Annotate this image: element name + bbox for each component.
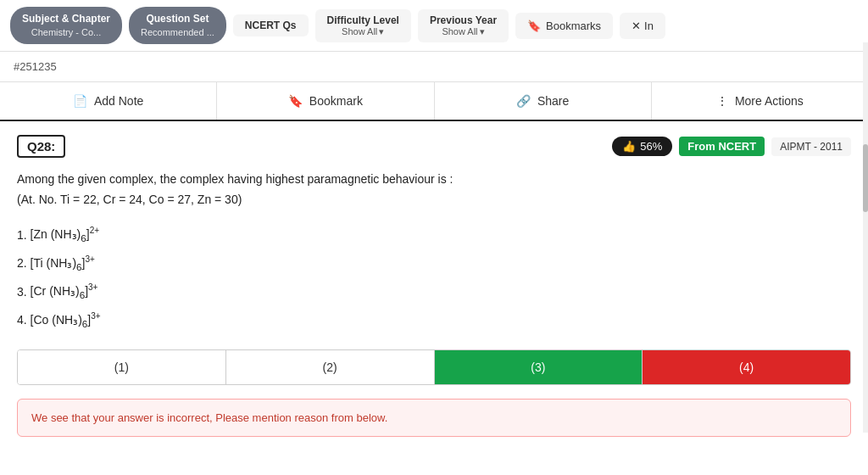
question-number: Q28:	[17, 135, 65, 158]
thumbs-up-icon: 👍	[622, 140, 636, 153]
scrollbar-track[interactable]	[863, 42, 868, 433]
option-2[interactable]: 2. [Ti (NH₃)6]3+	[17, 252, 851, 275]
difficulty-label: Difficulty Level	[327, 14, 399, 26]
question-line1: Among the given complex, the complex hav…	[17, 170, 851, 190]
option-4[interactable]: 4. [Co (NH₃)6]3+	[17, 309, 851, 332]
previous-year-filter[interactable]: Previous Year Show All	[418, 9, 509, 42]
difficulty-sub: Show All	[342, 26, 384, 37]
answer-option-3-label: (3)	[531, 360, 545, 374]
answer-option-2-label: (2)	[323, 360, 337, 374]
answer-option-1-label: (1)	[114, 360, 129, 374]
thumb-percent: 56%	[640, 140, 662, 153]
answer-option-2[interactable]: (2)	[226, 350, 435, 384]
ncert-qs-label: NCERT Qs	[245, 20, 297, 31]
year-badge: AIPMT - 2011	[771, 137, 851, 156]
answer-option-1[interactable]: (1)	[18, 350, 226, 384]
add-note-label: Add Note	[94, 94, 143, 108]
share-label: Share	[537, 94, 569, 108]
ncert-badge: From NCERT	[679, 137, 765, 156]
close-label: In	[644, 20, 654, 32]
difficulty-filter[interactable]: Difficulty Level Show All	[315, 9, 411, 42]
add-note-icon: 📄	[73, 94, 87, 108]
share-button[interactable]: 🔗 Share	[435, 82, 652, 120]
options-list: 1. [Zn (NH₃)6]2+ 2. [Ti (NH₃)6]3+ 3. [Cr…	[17, 224, 851, 332]
bookmark-icon: 🔖	[527, 20, 541, 32]
more-actions-label: More Actions	[735, 94, 804, 108]
question-line2: (At. No. Ti = 22, Cr = 24, Co = 27, Zn =…	[17, 190, 851, 210]
question-set-chip[interactable]: Question Set Recommended ...	[129, 7, 226, 44]
bookmark-button[interactable]: 🔖 Bookmark	[217, 82, 434, 120]
error-message: We see that your answer is incorrect, Pl…	[17, 399, 851, 437]
error-text: We see that your answer is incorrect, Pl…	[31, 411, 387, 424]
question-text: Among the given complex, the complex hav…	[17, 170, 851, 210]
option-3-num: 3.	[17, 284, 31, 298]
bookmarks-label: Bookmarks	[546, 20, 601, 32]
scrollbar-thumb[interactable]	[863, 144, 868, 212]
more-actions-icon: ⋮	[716, 94, 728, 108]
option-3[interactable]: 3. [Cr (NH₃)6]3+	[17, 281, 851, 304]
option-2-formula: [Ti (NH₃)6]3+	[31, 256, 95, 270]
bookmark-label: Bookmark	[309, 94, 363, 108]
answer-option-3[interactable]: (3)	[435, 350, 643, 384]
question-id-bar: #251235	[0, 52, 868, 82]
bookmarks-button[interactable]: 🔖 Bookmarks	[515, 13, 613, 39]
share-icon: 🔗	[516, 94, 531, 108]
question-set-label: Question Set	[146, 12, 209, 26]
option-3-formula: [Cr (NH₃)6]3+	[31, 284, 98, 298]
question-header: Q28: 👍 56% From NCERT AIPMT - 2011	[17, 135, 851, 158]
option-2-num: 2.	[17, 256, 31, 270]
answer-option-4-label: (4)	[739, 360, 754, 374]
answer-bar: (1) (2) (3) (4)	[17, 349, 851, 385]
subject-chapter-label: Subject & Chapter	[22, 12, 110, 26]
question-meta: 👍 56% From NCERT AIPMT - 2011	[612, 137, 851, 156]
more-actions-button[interactable]: ⋮ More Actions	[652, 82, 868, 120]
subject-chapter-chip[interactable]: Subject & Chapter Chemistry - Co...	[10, 7, 122, 44]
close-icon: ✕	[632, 20, 641, 32]
question-id: #251235	[14, 60, 57, 73]
filter-bar: Subject & Chapter Chemistry - Co... Ques…	[0, 0, 868, 52]
bookmark-icon: 🔖	[288, 94, 303, 108]
thumb-up-badge: 👍 56%	[612, 137, 672, 156]
option-4-num: 4.	[17, 313, 31, 327]
subject-chapter-sub: Chemistry - Co...	[31, 26, 102, 39]
close-button[interactable]: ✕ In	[620, 13, 665, 39]
question-set-sub: Recommended ...	[141, 26, 214, 39]
add-note-button[interactable]: 📄 Add Note	[0, 82, 217, 120]
previous-year-label: Previous Year	[430, 14, 497, 26]
option-4-formula: [Co (NH₃)6]3+	[31, 313, 101, 327]
action-bar: 📄 Add Note 🔖 Bookmark 🔗 Share ⋮ More Act…	[0, 82, 868, 121]
main-content: Q28: 👍 56% From NCERT AIPMT - 2011 Among…	[0, 121, 868, 450]
option-1-num: 1.	[17, 227, 31, 241]
option-1-formula: [Zn (NH₃)6]2+	[31, 227, 99, 241]
answer-option-4[interactable]: (4)	[643, 350, 850, 384]
previous-year-sub: Show All	[442, 26, 484, 37]
option-1[interactable]: 1. [Zn (NH₃)6]2+	[17, 224, 851, 247]
ncert-qs-filter[interactable]: NCERT Qs	[233, 14, 309, 36]
